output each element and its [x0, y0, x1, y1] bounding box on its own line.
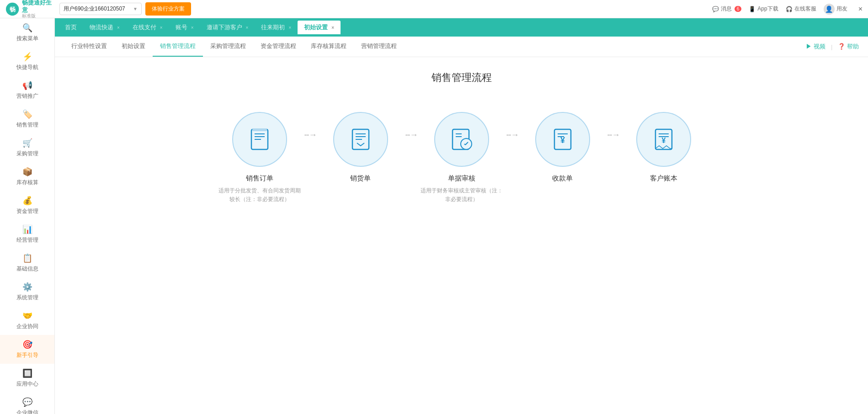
sidebar-item-corp-collab[interactable]: 🤝企业协同 — [0, 306, 54, 335]
sub-tab-label-inventory-flow: 库存核算流程 — [311, 42, 346, 49]
play-icon: ▶ — [806, 43, 812, 50]
main-layout: 🔍搜索菜单⚡快捷导航📢营销推广🏷️销售管理🛒采购管理📦库存核算💰资金管理📊经营管… — [0, 18, 868, 414]
sub-tab-purchase-flow[interactable]: 采购管理流程 — [203, 37, 253, 57]
sidebar-icon-sales-mgmt: 🏷️ — [22, 109, 32, 119]
sidebar-item-biz-mgmt[interactable]: 📊经营管理 — [0, 220, 54, 249]
nav-tab-label-account: 账号 — [176, 23, 187, 32]
nav-tab-label-init-settings: 初始设置 — [304, 23, 328, 32]
sidebar-item-finance-mgmt[interactable]: 💰资金管理 — [0, 191, 54, 220]
nav-tab-home[interactable]: 首页 — [59, 21, 83, 34]
flow-step-name-voucher-review: 单据审核 — [448, 174, 475, 183]
sidebar-item-marketing[interactable]: 📢营销推广 — [0, 76, 54, 105]
nav-tab-online-pay[interactable]: 在线支付× — [126, 21, 169, 34]
app-container: 畅 畅捷通好生意 标准版 用户690企业1660120507 ▼ 体验行业方案 … — [0, 0, 868, 414]
flow-circle-sales-invoice — [333, 112, 388, 167]
sidebar-item-sales-mgmt[interactable]: 🏷️销售管理 — [0, 105, 54, 133]
logo-icon: 畅 — [5, 2, 19, 16]
message-icon: 💬 — [712, 6, 719, 12]
sub-tab-right-actions: ▶ 视频 | ❓ 帮助 — [806, 42, 859, 51]
sub-tab-label-industry-settings: 行业特性设置 — [71, 42, 107, 49]
tab-close-init-settings[interactable]: × — [331, 25, 334, 30]
logo-text: 畅捷通好生意 标准版 — [22, 0, 56, 19]
sub-tab-init-setup[interactable]: 初始设置 — [114, 37, 153, 57]
sidebar-item-corp-wechat[interactable]: 💬企业微信 — [0, 393, 54, 414]
close-icon[interactable]: × — [858, 5, 863, 13]
sub-tab-finance-flow[interactable]: 资金管理流程 — [253, 37, 304, 57]
message-item[interactable]: 💬 消息 6 — [712, 5, 742, 13]
sidebar-label-corp-collab: 企业协同 — [16, 323, 38, 330]
top-bar-right: 💬 消息 6 📱 App下载 🎧 在线客服 👤 用友 × — [712, 4, 863, 15]
sidebar-icon-finance-mgmt: 💰 — [22, 196, 32, 206]
user-name-label: 用友 — [836, 5, 847, 13]
sidebar-item-app-center[interactable]: 🔲应用中心 — [0, 364, 54, 393]
page-title: 销售管理流程 — [73, 71, 850, 85]
avatar: 👤 — [824, 4, 835, 15]
flow-arrow-3: - - → — [506, 112, 518, 140]
sub-tab-inventory-flow[interactable]: 库存核算流程 — [304, 37, 354, 57]
svg-text:畅: 畅 — [10, 5, 16, 12]
nav-tab-logistics[interactable]: 物流快递× — [83, 21, 126, 34]
sidebar-item-new-guide[interactable]: 🎯新手引导 — [0, 335, 54, 364]
sidebar-item-quick-nav[interactable]: ⚡快捷导航 — [0, 47, 54, 76]
sidebar-icon-biz-mgmt: 📊 — [22, 224, 32, 234]
sub-tab-label-purchase-flow: 采购管理流程 — [210, 42, 246, 49]
online-service-item[interactable]: 🎧 在线客服 — [786, 5, 816, 13]
flow-step-voucher-review[interactable]: 单据审核 适用于财务审核或主管审核（注：非必要流程） — [421, 112, 503, 204]
user-selector[interactable]: 用户690企业1660120507 ▼ — [59, 3, 142, 15]
nav-tab-prior-period[interactable]: 往来期初× — [255, 21, 298, 34]
sidebar-item-purchase-mgmt[interactable]: 🛒采购管理 — [0, 133, 54, 162]
nav-tab-account[interactable]: 账号× — [169, 21, 200, 34]
flow-step-desc-voucher-review: 适用于财务审核或主管审核（注：非必要流程） — [421, 186, 503, 204]
arrow-icon: - - → — [607, 130, 619, 140]
nav-tab-label-logistics: 物流快递 — [90, 23, 113, 32]
sidebar-label-inventory: 库存核算 — [16, 179, 38, 186]
flow-circle-voucher-review — [434, 112, 489, 167]
flow-step-name-sales-order: 销售订单 — [246, 174, 273, 183]
sidebar-item-sys-mgmt[interactable]: ⚙️系统管理 — [0, 277, 54, 306]
tab-close-invite-downstream[interactable]: × — [246, 25, 249, 30]
headset-icon: 🎧 — [786, 6, 793, 12]
app-icon: 📱 — [749, 6, 756, 12]
sidebar-label-app-center: 应用中心 — [16, 380, 38, 388]
sub-tab-industry-settings[interactable]: 行业特性设置 — [64, 37, 114, 57]
flow-arrow-1: - - → — [304, 112, 316, 140]
tab-close-online-pay[interactable]: × — [160, 25, 163, 30]
sidebar-label-biz-mgmt: 经营管理 — [16, 236, 38, 244]
flow-step-sales-invoice[interactable]: 销货单 — [320, 112, 402, 186]
tab-close-prior-period[interactable]: × — [288, 25, 291, 30]
app-label: App下载 — [757, 5, 778, 13]
app-download-item[interactable]: 📱 App下载 — [749, 5, 778, 13]
question-icon: ❓ — [838, 43, 845, 50]
sidebar-item-search-menu[interactable]: 🔍搜索菜单 — [0, 18, 54, 47]
sub-tab-label-marketing-flow: 营销管理流程 — [361, 42, 397, 49]
tab-close-account[interactable]: × — [191, 25, 194, 30]
nav-tab-invite-downstream[interactable]: 邀请下游客户× — [200, 21, 255, 34]
sidebar-icon-corp-collab: 🤝 — [22, 311, 32, 321]
flow-step-name-receipt: 收款单 — [552, 174, 573, 183]
sidebar-icon-inventory: 📦 — [22, 167, 32, 177]
help-link[interactable]: ❓ 帮助 — [838, 42, 859, 51]
flow-circle-receipt: ¥ — [535, 112, 590, 167]
svg-text:¥: ¥ — [661, 137, 666, 144]
sidebar-icon-corp-wechat: 💬 — [22, 397, 32, 407]
sidebar-item-basic-info[interactable]: 📋基础信息 — [0, 249, 54, 277]
arrow-icon: - - → — [506, 130, 518, 140]
trial-button[interactable]: 体验行业方案 — [145, 2, 191, 16]
service-label: 在线客服 — [794, 5, 816, 13]
sidebar-label-basic-info: 基础信息 — [16, 265, 38, 273]
video-link[interactable]: ▶ 视频 — [806, 42, 825, 51]
sub-tab-sales-flow[interactable]: 销售管理流程 — [153, 37, 203, 57]
flow-step-sales-order[interactable]: 销售订单 适用于分批发货、有合同发货周期较长（注：非必要流程） — [218, 112, 301, 204]
sub-tab-marketing-flow[interactable]: 营销管理流程 — [354, 37, 404, 57]
chevron-down-icon: ▼ — [133, 6, 138, 11]
tab-close-logistics[interactable]: × — [117, 25, 120, 30]
user-selector-label: 用户690企业1660120507 — [64, 5, 125, 13]
nav-tab-label-home: 首页 — [65, 23, 77, 32]
user-menu-item[interactable]: 👤 用友 — [824, 4, 847, 15]
sidebar-icon-search-menu: 🔍 — [22, 23, 32, 33]
flow-step-customer-ledger[interactable]: ¥ 客户账本 — [623, 112, 705, 186]
nav-tab-init-settings[interactable]: 初始设置× — [298, 21, 341, 34]
logo-area: 畅 畅捷通好生意 标准版 — [5, 0, 56, 19]
flow-step-receipt[interactable]: ¥ 收款单 — [522, 112, 604, 186]
sidebar-item-inventory[interactable]: 📦库存核算 — [0, 162, 54, 191]
